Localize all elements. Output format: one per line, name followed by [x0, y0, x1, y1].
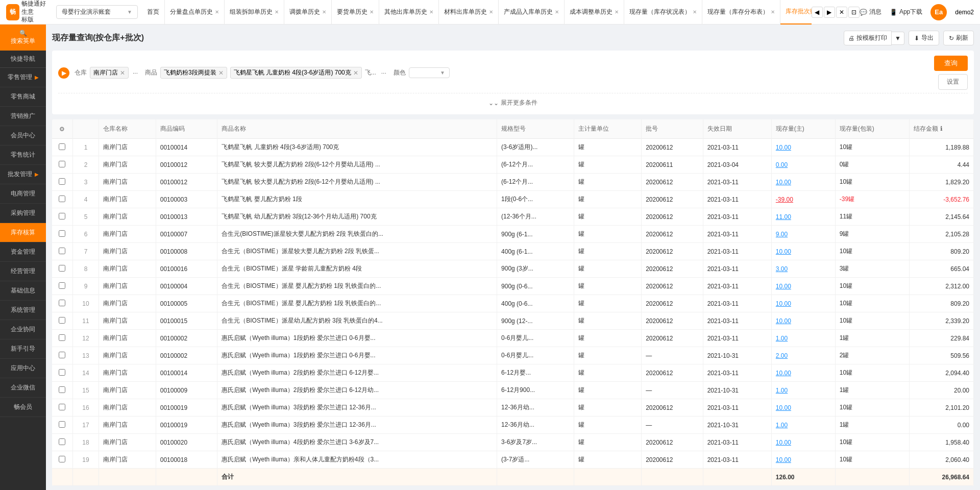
cell-stock-main[interactable]: 1.00: [771, 382, 835, 399]
cell-checkbox[interactable]: [52, 347, 72, 364]
template-print-button[interactable]: 🖨 按模板打印: [844, 31, 892, 45]
cell-stock-main[interactable]: 10.00: [771, 174, 835, 191]
cell-checkbox[interactable]: [52, 226, 72, 243]
row-checkbox[interactable]: [59, 456, 65, 462]
sidebar-item-base-info[interactable]: 基础信息: [0, 281, 46, 301]
app-download-button[interactable]: 📱 App下载: [890, 8, 922, 16]
nav-close-button[interactable]: ✕: [836, 7, 847, 18]
row-checkbox[interactable]: [59, 334, 65, 341]
cell-checkbox[interactable]: [52, 434, 72, 451]
sidebar-item-member[interactable]: 会员中心: [0, 126, 46, 145]
row-checkbox[interactable]: [59, 352, 65, 358]
cell-checkbox[interactable]: [52, 382, 72, 399]
cell-stock-main[interactable]: 10.00: [771, 312, 835, 330]
warehouse-more[interactable]: ···: [131, 69, 140, 77]
cell-stock-main[interactable]: 10.00: [771, 399, 835, 416]
tab-close-stock-dist[interactable]: ✕: [771, 9, 775, 15]
cell-stock-main[interactable]: 10.00: [771, 451, 835, 469]
query-button[interactable]: 查询: [934, 56, 968, 71]
cell-stock-main[interactable]: 10.00: [771, 278, 835, 295]
sidebar-item-guide[interactable]: 新手引导: [0, 339, 46, 359]
tab-close-disassemble[interactable]: ✕: [275, 9, 279, 15]
cell-checkbox[interactable]: [52, 191, 72, 208]
sidebar-item-app-center[interactable]: 应用中心: [0, 359, 46, 378]
sidebar-item-wechat[interactable]: 企业微信: [0, 378, 46, 398]
cell-checkbox[interactable]: [52, 243, 72, 260]
nav-right-button[interactable]: ▶: [824, 7, 835, 18]
product-tag-1-close[interactable]: ✕: [353, 69, 358, 77]
cell-checkbox[interactable]: [52, 260, 72, 278]
th-setting[interactable]: ⚙: [52, 119, 72, 139]
cell-stock-main[interactable]: 10.00: [771, 139, 835, 156]
product-more[interactable]: ···: [379, 69, 388, 77]
tab-requisition[interactable]: 要货单历史 ✕: [332, 0, 379, 24]
tab-transfer[interactable]: 调拨单历史 ✕: [284, 0, 332, 24]
sidebar-item-purchase[interactable]: 采购管理: [0, 204, 46, 223]
row-checkbox[interactable]: [59, 404, 65, 410]
tab-close-cost-adjust[interactable]: ✕: [615, 9, 619, 15]
cell-checkbox[interactable]: [52, 295, 72, 312]
tab-batch-account[interactable]: 库存批次账 ✕: [780, 0, 812, 24]
nav-left-button[interactable]: ◀: [812, 7, 823, 18]
cell-stock-main[interactable]: 10.00: [771, 434, 835, 451]
cell-checkbox[interactable]: [52, 330, 72, 347]
row-checkbox[interactable]: [59, 369, 65, 376]
cell-stock-main[interactable]: 1.00: [771, 416, 835, 434]
cell-stock-main[interactable]: 2.00: [771, 347, 835, 364]
tab-close-requisition[interactable]: ✕: [370, 9, 374, 15]
tab-other-out[interactable]: 其他出库单历史 ✕: [379, 0, 439, 24]
tab-close-partial-inventory[interactable]: ✕: [215, 9, 219, 15]
settings-button[interactable]: 设置: [938, 74, 968, 90]
cell-stock-main[interactable]: 10.00: [771, 364, 835, 382]
row-checkbox[interactable]: [59, 386, 65, 393]
row-checkbox[interactable]: [59, 195, 65, 202]
cell-checkbox[interactable]: [52, 156, 72, 174]
expand-more-button[interactable]: ⌄⌄ 展开更多条件: [58, 96, 968, 109]
sidebar-item-marketing[interactable]: 营销推广: [0, 107, 46, 126]
tab-close-transfer[interactable]: ✕: [322, 9, 326, 15]
tab-stock-status[interactable]: 现存量（库存状况表） ✕: [624, 0, 702, 24]
refresh-button[interactable]: ↻ 刷新: [943, 31, 974, 45]
cell-stock-main[interactable]: 11.00: [771, 208, 835, 226]
filter-expand-button[interactable]: ▶: [58, 67, 69, 79]
tab-home[interactable]: 首页: [142, 0, 165, 24]
nav-fullscreen-button[interactable]: ⊡: [848, 7, 860, 18]
cell-checkbox[interactable]: [52, 278, 72, 295]
industry-selector[interactable]: 母婴行业演示账套 ▼: [56, 5, 138, 19]
cell-stock-main[interactable]: 10.00: [771, 295, 835, 312]
tab-material-out[interactable]: 材料出库单历史 ✕: [439, 0, 499, 24]
tab-cost-adjust[interactable]: 成本调整单历史 ✕: [565, 0, 624, 24]
sidebar-item-retail-stats[interactable]: 零售统计: [0, 145, 46, 165]
row-checkbox[interactable]: [59, 161, 65, 167]
row-checkbox[interactable]: [59, 317, 65, 324]
cell-stock-main[interactable]: 9.00: [771, 226, 835, 243]
tab-disassemble[interactable]: 组装拆卸单历史 ✕: [225, 0, 284, 24]
tab-close-stock-status[interactable]: ✕: [693, 9, 697, 15]
cell-stock-main[interactable]: -39.00: [771, 191, 835, 208]
sidebar-item-ecommerce[interactable]: 电商管理: [0, 184, 46, 204]
sidebar-item-finance[interactable]: 资金管理: [0, 242, 46, 262]
row-checkbox[interactable]: [59, 282, 65, 289]
sidebar-item-member2[interactable]: 畅会员: [0, 398, 46, 417]
cell-stock-main[interactable]: 3.00: [771, 260, 835, 278]
tab-close-product-in[interactable]: ✕: [555, 9, 559, 15]
sidebar-item-inventory[interactable]: 库存核算: [0, 223, 46, 242]
cell-stock-main[interactable]: 1.00: [771, 330, 835, 347]
row-checkbox[interactable]: [59, 300, 65, 306]
cell-checkbox[interactable]: [52, 139, 72, 156]
row-checkbox[interactable]: [59, 421, 65, 428]
sidebar-item-quick-nav[interactable]: 快捷导航: [0, 51, 46, 68]
cell-stock-main[interactable]: 10.00: [771, 243, 835, 260]
row-checkbox[interactable]: [59, 265, 65, 272]
row-checkbox[interactable]: [59, 230, 65, 237]
sidebar-item-retail-mall[interactable]: 零售商城: [0, 87, 46, 107]
row-checkbox[interactable]: [59, 178, 65, 185]
cell-checkbox[interactable]: [52, 451, 72, 469]
template-print-dropdown[interactable]: ▼: [892, 32, 904, 45]
export-button[interactable]: ⬇ 导出: [909, 31, 939, 45]
user-avatar[interactable]: Ea: [930, 4, 947, 20]
cell-checkbox[interactable]: [52, 399, 72, 416]
warehouse-tag-close[interactable]: ✕: [120, 69, 125, 77]
product-tag-0-close[interactable]: ✕: [218, 69, 224, 77]
sidebar-item-wholesale[interactable]: 批发管理 ▶: [0, 165, 46, 184]
